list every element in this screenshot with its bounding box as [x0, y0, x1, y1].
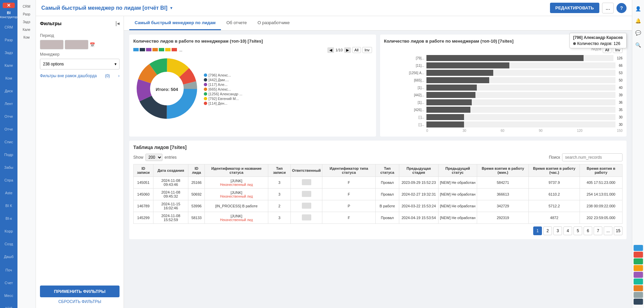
page-button[interactable]: 3: [553, 226, 562, 235]
second-sidebar-Ком[interactable]: Ком: [17, 34, 36, 41]
table-cell: 58133: [188, 212, 205, 224]
reset-filters-button[interactable]: СБРОСИТЬ ФИЛЬТРЫ: [40, 299, 120, 304]
column-header[interactable]: Время взятия в работу (мин.): [477, 164, 529, 177]
sidebar-item-спра[interactable]: Спра: [2, 174, 15, 186]
sidebar-item-подр[interactable]: Подр: [2, 149, 15, 161]
column-header[interactable]: ID лида: [188, 164, 205, 177]
second-sidebar-Разр[interactable]: Разр: [17, 10, 36, 18]
user-icon[interactable]: 👤: [633, 4, 643, 14]
table-cell: 9737.9: [529, 177, 580, 189]
second-sidebar-Кале[interactable]: Кале: [17, 26, 36, 34]
sidebar-item-спис[interactable]: Спис: [2, 136, 15, 148]
table-cell: 2024-11-08 09:45:32: [153, 189, 188, 200]
period-end-input[interactable]: [65, 40, 88, 49]
table-section: Таблица лидов [7sites] Show 200 50 100 e…: [129, 141, 627, 239]
page-button[interactable]: 2: [543, 226, 552, 235]
tooltip-dot: [573, 42, 576, 45]
x-axis-label: 60: [501, 129, 504, 133]
show-label: Show: [133, 155, 143, 160]
column-header[interactable]: Тип статуса: [375, 164, 399, 177]
legend-label: [442] Дми....: [209, 78, 229, 82]
sidebar-item-bottom-кэл[interactable]: КЭЛ: [2, 302, 15, 308]
column-header[interactable]: Предыдущая стадия: [399, 164, 439, 177]
table-cell: [IN_PROCESS] В работе: [204, 200, 268, 212]
inv-toggle-button[interactable]: Inv: [362, 47, 372, 53]
tooltip-title: [796] Александр Карасев: [573, 35, 623, 40]
all-toggle-button[interactable]: All: [352, 47, 361, 53]
sidebar-item-bottom-месс[interactable]: Месс: [2, 290, 15, 302]
more-options-button[interactable]: ...: [602, 3, 614, 13]
page-button[interactable]: 4: [563, 226, 572, 235]
close-button[interactable]: ✕: [3, 3, 15, 8]
tab-leads[interactable]: Самый быстрый менеджер по лидам: [129, 16, 221, 30]
sidebar-item-crm[interactable]: CRM: [2, 21, 15, 33]
chat-icon[interactable]: 💬: [633, 28, 643, 38]
sidebar-item-bi к[interactable]: BI К: [2, 200, 15, 212]
column-header[interactable]: Тип записи: [268, 164, 291, 177]
sidebar-item-aste[interactable]: Aste: [2, 187, 15, 199]
second-sidebar-Задз[interactable]: Задз: [17, 18, 36, 26]
tab-about-report[interactable]: Об отчете: [221, 16, 252, 30]
calendar-icon[interactable]: 📅: [90, 42, 95, 47]
bar-row: [79]...126: [384, 55, 623, 61]
status-main: [JUNK]: [206, 214, 267, 218]
sidebar-item-кале[interactable]: Кале: [2, 59, 15, 71]
sidebar-item-созд[interactable]: Созд: [2, 238, 15, 250]
bar-row: [442]...39: [384, 92, 623, 98]
page-button[interactable]: ...: [604, 226, 612, 235]
second-sidebar-CRM[interactable]: CRM: [17, 3, 36, 10]
search-icon[interactable]: 🔍: [633, 40, 643, 50]
column-header[interactable]: Время взятия в работу (час.): [529, 164, 580, 177]
sidebar-item-диск[interactable]: Диск: [2, 85, 15, 97]
entries-select[interactable]: 200 50 100: [145, 154, 163, 161]
title-dropdown-arrow[interactable]: ▾: [170, 5, 173, 10]
sidebar-item-ком[interactable]: Ком: [2, 72, 15, 84]
column-header[interactable]: Предыдущий статус: [438, 164, 477, 177]
filter-collapse-button[interactable]: |◂: [116, 20, 120, 27]
column-header[interactable]: ID записи: [134, 164, 153, 177]
notification-icon[interactable]: 🔔: [633, 16, 643, 26]
sidebar-item-bi-к[interactable]: BI-к: [2, 212, 15, 224]
filter-sidebar: Фильтры |◂ Период 📅 Менеджер 238 options…: [36, 16, 124, 308]
sidebar-item-дашб[interactable]: Дашб: [2, 251, 15, 263]
sidebar-item-задз[interactable]: Задз: [2, 47, 15, 59]
x-axis: 0306090120150: [384, 129, 623, 133]
filters-outside-section[interactable]: Фильтры вне рамок дашборда (0) ›: [40, 73, 120, 78]
sidebar-item-отче[interactable]: Отче: [2, 110, 15, 122]
sidebar-item-разр[interactable]: Разр: [2, 34, 15, 46]
next-page-button[interactable]: ▶: [344, 47, 351, 53]
column-header[interactable]: Идентификатор типа статуса: [322, 164, 376, 177]
page-button[interactable]: 1: [533, 226, 542, 235]
column-header[interactable]: Идентификатор и название статуса: [204, 164, 268, 177]
help-button[interactable]: ?: [616, 3, 627, 13]
tab-about-developer[interactable]: О разработчике: [252, 16, 295, 30]
status-main: [JUNK]: [206, 179, 267, 183]
page-button[interactable]: 5: [573, 226, 582, 235]
bar-value: 53: [619, 71, 623, 75]
right-sidebar: 👤 🔔 💬 🔍: [632, 0, 644, 308]
manager-select[interactable]: 238 options ▾: [40, 59, 120, 69]
search-input[interactable]: [562, 153, 623, 161]
prev-page-button[interactable]: ◀: [327, 47, 334, 53]
sidebar-item-отче[interactable]: Отче: [2, 123, 15, 135]
apply-filters-button[interactable]: ПРИМЕНИТЬ ФИЛЬТРЫ: [40, 286, 120, 297]
period-inputs: 📅: [40, 40, 120, 49]
page-button[interactable]: 7: [594, 226, 602, 235]
sidebar-item-bottom-поч[interactable]: Поч: [2, 264, 15, 276]
page-button[interactable]: 6: [584, 226, 592, 235]
table-row: 1452992024-11-08 15:52:5958133[JUNK]Нека…: [134, 212, 623, 224]
column-header[interactable]: Дата создания: [153, 164, 188, 177]
header: Самый быстрый менеджер по лидам [отчёт B…: [36, 0, 632, 16]
sidebar-item-корр[interactable]: Корр: [2, 225, 15, 237]
table-cell: 2024-02-27 19:32:31: [399, 189, 439, 200]
column-header[interactable]: Время взятия в работу: [580, 164, 622, 177]
page-button[interactable]: 15: [614, 226, 623, 235]
sidebar-item-лент[interactable]: Лент: [2, 98, 15, 110]
sidebar-item-забы[interactable]: Забы: [2, 161, 15, 173]
period-start-input[interactable]: [40, 40, 63, 49]
period-label: Период: [40, 33, 120, 38]
edit-button[interactable]: РЕДАКТИРОВАТЬ: [550, 3, 599, 13]
column-header[interactable]: Ответственный: [290, 164, 322, 177]
sidebar-item-bottom-счет[interactable]: Счет: [2, 277, 15, 289]
table-cell: 366613: [477, 189, 529, 200]
